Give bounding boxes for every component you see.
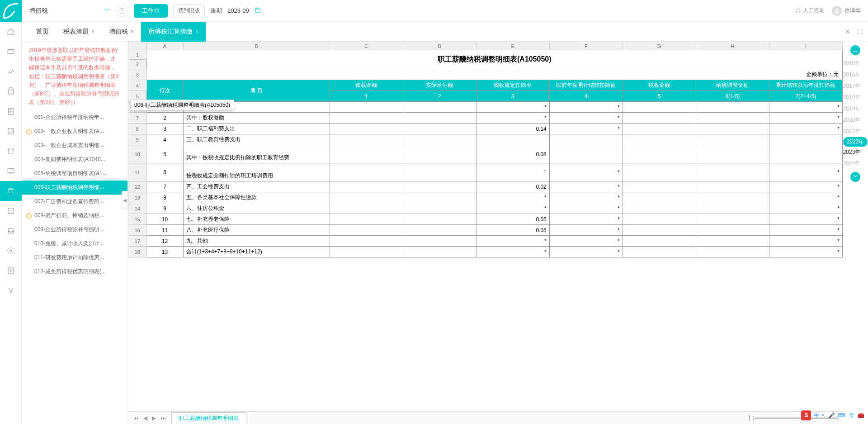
year-2023年[interactable]: 2023年 xyxy=(843,147,868,158)
nav-list[interactable]: 001-企业所得税年度纳税申...!002-一般企业收入明细表(A...003-… xyxy=(22,110,127,279)
cell-r8-c1[interactable]: 二、职工福利费支出 xyxy=(183,124,330,134)
cell-r10-c5[interactable] xyxy=(549,145,623,163)
close-tabs-icon[interactable]: ✕ xyxy=(845,29,850,35)
nav-shirt-icon[interactable] xyxy=(0,141,22,161)
history-button[interactable] xyxy=(116,5,128,17)
cell-r11-c4[interactable]: 1 xyxy=(476,163,549,181)
cell-r7-c6[interactable] xyxy=(623,113,696,124)
row-hdr-4[interactable]: 4 xyxy=(128,80,147,91)
year-2016年[interactable]: 2016年 xyxy=(843,69,868,81)
cell-r13-c6[interactable] xyxy=(623,192,696,203)
cell-r7-c1[interactable]: 其中：股权激励 xyxy=(183,113,330,124)
cell-r18-c0[interactable]: 13 xyxy=(146,247,183,257)
cell-r10-c4[interactable]: 0.08 xyxy=(476,145,549,163)
row-hdr-11[interactable]: 11 xyxy=(128,163,147,181)
nav-item-4[interactable]: 005-纳税调整项目明细表(A1... xyxy=(22,167,127,181)
row-hdr-8[interactable]: 8 xyxy=(128,124,147,134)
cell-r8-c5[interactable]: * xyxy=(549,124,623,134)
sheet-prev[interactable]: ◀ xyxy=(142,415,149,421)
cell-r10-c6[interactable] xyxy=(623,145,696,163)
nav-card-icon[interactable] xyxy=(0,42,22,62)
cell-r6-c2[interactable] xyxy=(330,102,403,113)
nav-chart-icon[interactable] xyxy=(0,62,22,81)
row-hdr-16[interactable]: 16 xyxy=(128,225,147,236)
cell-r16-c7[interactable] xyxy=(696,225,769,236)
cell-r7-c4[interactable]: * xyxy=(476,113,549,124)
cell-r6-c5[interactable]: * xyxy=(549,102,623,113)
year-2024年[interactable]: 2024年 xyxy=(843,158,868,169)
cell-r14-c8[interactable]: * xyxy=(769,203,842,214)
cell-r9-c0[interactable]: 4 xyxy=(146,134,183,145)
cell-r12-c2[interactable] xyxy=(330,181,403,192)
cell-r10-c3[interactable] xyxy=(403,145,476,163)
cell-r14-c3[interactable] xyxy=(403,203,476,214)
cell-r8-c3[interactable] xyxy=(403,124,476,134)
cell-r7-c7[interactable] xyxy=(696,113,769,124)
cell-r14-c1[interactable]: 六、住房公积金 xyxy=(183,203,330,214)
col-hdr-A[interactable]: A xyxy=(146,42,183,50)
row-hdr-14[interactable]: 14 xyxy=(128,203,147,214)
cell-r10-c1[interactable]: 其中：按税收规定比例扣除的职工教育经费 xyxy=(183,145,330,163)
cell-r11-c7[interactable] xyxy=(696,163,769,181)
cell-r15-c8[interactable]: * xyxy=(769,214,842,225)
nav-report-icon[interactable] xyxy=(0,121,22,141)
nav-item-0[interactable]: 001-企业所得税年度纳税申... xyxy=(22,110,127,124)
calendar-icon[interactable] xyxy=(255,7,261,14)
cell-r18-c4[interactable]: * xyxy=(476,247,549,257)
cell-r14-c7[interactable] xyxy=(696,203,769,214)
row-hdr-3[interactable]: 3 xyxy=(128,69,147,80)
nav-item-8[interactable]: 009-企业所得税弥补亏损明... xyxy=(22,223,127,237)
expand-tabs-icon[interactable]: ⛶ xyxy=(857,29,863,35)
cell-r16-c2[interactable] xyxy=(330,225,403,236)
nav-v-icon[interactable] xyxy=(0,281,22,300)
cell-r12-c4[interactable]: 0.02 xyxy=(476,181,549,192)
cell-r17-c2[interactable] xyxy=(330,236,403,247)
row-hdr-10[interactable]: 10 xyxy=(128,145,147,163)
sheet-next[interactable]: ▶ xyxy=(150,415,158,421)
collapse-handle[interactable]: ◀ xyxy=(122,191,128,209)
year-2022年[interactable]: 2022年 xyxy=(843,137,868,147)
cell-r9-c4[interactable] xyxy=(476,134,549,145)
cell-r7-c3[interactable] xyxy=(403,113,476,124)
nav-doc-icon[interactable] xyxy=(0,101,22,121)
cell-r8-c4[interactable]: 0.14 xyxy=(476,124,549,134)
cell-r8-c7[interactable] xyxy=(696,124,769,134)
row-hdr-13[interactable]: 13 xyxy=(128,192,147,203)
row-hdr-12[interactable]: 12 xyxy=(128,181,147,192)
row-hdr-17[interactable]: 17 xyxy=(128,236,147,247)
cell-r11-c0[interactable]: 6 xyxy=(146,163,183,181)
cell-r15-c3[interactable] xyxy=(403,214,476,225)
cell-r8-c8[interactable]: * xyxy=(769,124,842,134)
cell-r15-c6[interactable] xyxy=(623,214,696,225)
cell-r9-c2[interactable] xyxy=(330,134,403,145)
cell-r15-c4[interactable]: 0.05 xyxy=(476,214,549,225)
ime-mic-icon[interactable]: 🎤 xyxy=(828,412,835,419)
cell-r11-c5[interactable]: * xyxy=(549,163,623,181)
period-value[interactable]: 2023-09 xyxy=(227,7,249,14)
col-hdr-I[interactable]: I xyxy=(769,42,842,50)
cell-r16-c4[interactable]: 0.05 xyxy=(476,225,549,236)
cell-r14-c0[interactable]: 9 xyxy=(146,203,183,214)
cell-r10-c8[interactable] xyxy=(769,145,842,163)
cell-r15-c0[interactable]: 10 xyxy=(146,214,183,225)
close-icon[interactable]: × xyxy=(91,29,94,35)
nav-item-10[interactable]: 011-研发费用加计扣除优惠... xyxy=(22,251,127,265)
nav-home-icon[interactable] xyxy=(0,22,22,42)
row-hdr-15[interactable]: 15 xyxy=(128,214,147,225)
cell-r7-c5[interactable]: * xyxy=(549,113,623,124)
cell-r18-c7[interactable] xyxy=(696,247,769,257)
col-hdr-E[interactable]: E xyxy=(476,42,549,50)
nav-item-5[interactable]: 006-职工薪酬纳税调整明细... xyxy=(22,181,127,195)
cell-r6-c6[interactable] xyxy=(623,102,696,113)
consult-link[interactable]: 人工咨询 xyxy=(795,7,825,14)
cell-r10-c2[interactable] xyxy=(330,145,403,163)
cell-r7-c2[interactable] xyxy=(330,113,403,124)
user-menu[interactable]: 徐泽华 xyxy=(832,6,861,16)
cell-r9-c1[interactable]: 三、职工教育经费支出 xyxy=(183,134,330,145)
nav-item-11[interactable]: 012-减免所得税优惠明细表(... xyxy=(22,265,127,279)
cell-r9-c8[interactable] xyxy=(769,134,842,145)
col-hdr-F[interactable]: F xyxy=(549,42,623,50)
tab-1[interactable]: 税表清册× xyxy=(56,22,102,42)
row-hdr-7[interactable]: 7 xyxy=(128,113,147,124)
cell-r10-c7[interactable] xyxy=(696,145,769,163)
